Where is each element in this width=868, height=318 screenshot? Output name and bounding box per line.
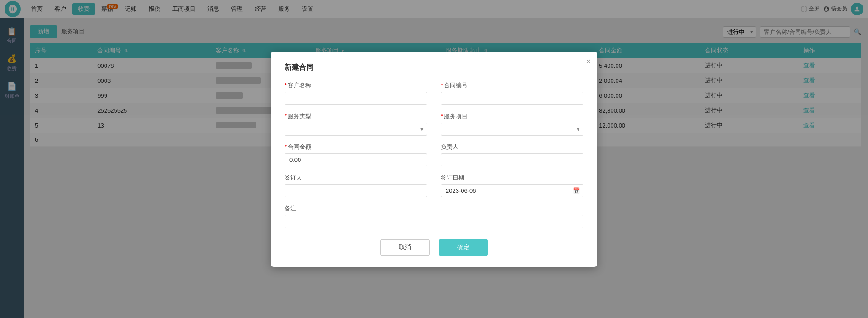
responsible-input[interactable] bbox=[441, 153, 583, 166]
signer-label: 签订人 bbox=[285, 174, 427, 182]
form-row-sign-date: 签订日期 📅 bbox=[441, 174, 583, 197]
calendar-icon[interactable]: 📅 bbox=[573, 187, 580, 194]
form-row-responsible: 负责人 bbox=[441, 143, 583, 166]
service-type-select-wrap bbox=[285, 123, 427, 136]
modal-footer: 取消 确定 bbox=[285, 239, 583, 256]
cancel-button[interactable]: 取消 bbox=[380, 239, 430, 256]
form-row-customer: *客户名称 bbox=[285, 81, 427, 105]
new-contract-modal: × 新建合同 *客户名称 *合同编号 *服务类型 bbox=[271, 52, 597, 267]
sign-date-wrap: 📅 bbox=[441, 184, 583, 197]
contract-no-input[interactable] bbox=[441, 92, 583, 105]
confirm-button[interactable]: 确定 bbox=[439, 239, 488, 256]
customer-name-label: *客户名称 bbox=[285, 81, 427, 90]
sign-date-input[interactable] bbox=[441, 184, 583, 197]
amount-input[interactable] bbox=[285, 153, 427, 166]
modal-close-button[interactable]: × bbox=[586, 57, 591, 66]
form-row-amount: *合同金额 bbox=[285, 143, 427, 166]
customer-name-input[interactable] bbox=[285, 92, 427, 105]
remark-input[interactable] bbox=[285, 215, 583, 228]
form-row-contract-no: *合同编号 bbox=[441, 81, 583, 105]
signer-input[interactable] bbox=[285, 184, 427, 197]
responsible-label: 负责人 bbox=[441, 143, 583, 151]
amount-label: *合同金额 bbox=[285, 143, 427, 151]
remark-label: 备注 bbox=[285, 204, 583, 213]
form-row-remark: 备注 bbox=[285, 204, 583, 228]
form-row-service-type: *服务类型 bbox=[285, 112, 427, 136]
form-grid: *客户名称 *合同编号 *服务类型 bbox=[285, 81, 583, 228]
sign-date-label: 签订日期 bbox=[441, 174, 583, 182]
form-row-signer: 签订人 bbox=[285, 174, 427, 197]
contract-no-label: *合同编号 bbox=[441, 81, 583, 90]
service-type-select[interactable] bbox=[285, 123, 427, 136]
form-row-service-item: *服务项目 bbox=[441, 112, 583, 136]
modal-overlay: × 新建合同 *客户名称 *合同编号 *服务类型 bbox=[0, 0, 868, 318]
modal-title: 新建合同 bbox=[285, 63, 583, 72]
service-type-label: *服务类型 bbox=[285, 112, 427, 120]
service-item-select-wrap bbox=[441, 123, 583, 136]
service-item-select[interactable] bbox=[441, 123, 583, 136]
service-item-label: *服务项目 bbox=[441, 112, 583, 120]
